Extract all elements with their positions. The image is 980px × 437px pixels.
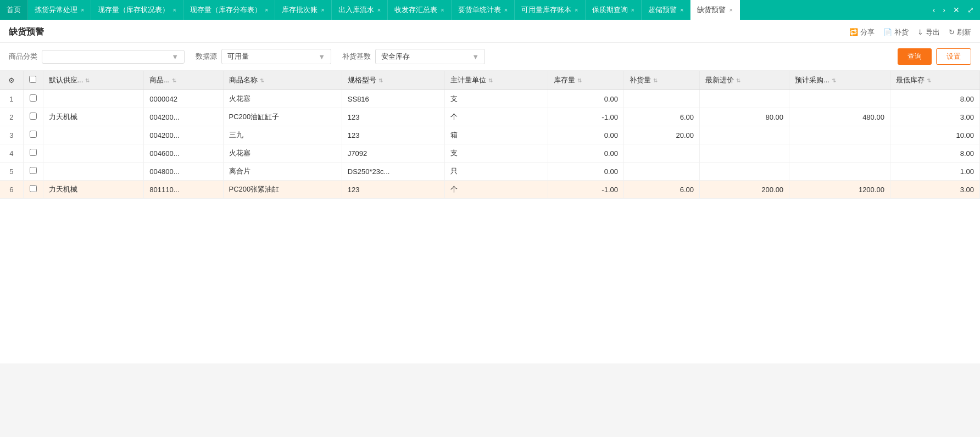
cell-spec: 123 <box>342 126 444 144</box>
cell-product-name: 火花塞 <box>223 90 342 108</box>
cell-supplier <box>43 126 144 144</box>
col-estimated-purchase[interactable]: 预计采购... ⇅ <box>789 71 890 90</box>
nav-item-close-icon[interactable]: × <box>265 7 268 13</box>
cell-spec: SS816 <box>342 90 444 108</box>
cell-latest-price <box>700 163 789 181</box>
cell-supplier: 力天机械 <box>43 108 144 126</box>
col-product-name[interactable]: 商品名称 ⇅ <box>223 71 342 90</box>
col-default-supplier[interactable]: 默认供应... ⇅ <box>43 71 144 90</box>
top-navigation: 首页拣货异常处理 ×现存量（库存状况表） ×现存量（库存分布表） ×库存批次账 … <box>0 0 980 20</box>
cell-product-code: 0000042 <box>144 90 223 108</box>
datasource-select[interactable]: 可用量 ▼ <box>221 49 331 64</box>
nav-item-home[interactable]: 首页 <box>0 0 28 20</box>
replenish-base-label: 补货基数 <box>342 52 371 61</box>
col-settings[interactable]: ⚙ <box>0 71 23 90</box>
nav-item-close-icon[interactable]: × <box>321 7 324 13</box>
row-checkbox[interactable] <box>30 113 37 120</box>
nav-item-overstock[interactable]: 超储预警 × <box>642 0 691 20</box>
replenish-base-select[interactable]: 安全库存 ▼ <box>375 49 485 64</box>
replenish-action[interactable]: 📄 补货 <box>883 27 909 37</box>
nav-item-close-icon[interactable]: × <box>631 7 634 13</box>
export-action[interactable]: ⇓ 导出 <box>917 27 940 37</box>
cell-estimated-purchase <box>789 163 890 181</box>
table-header-row: ⚙ 默认供应... ⇅ 商品... ⇅ <box>0 71 980 90</box>
nav-prev-button[interactable]: ‹ <box>930 4 938 15</box>
cell-min-stock: 1.00 <box>890 163 979 181</box>
cell-stock-qty: 0.00 <box>548 144 623 163</box>
nav-item-close-icon[interactable]: × <box>81 7 84 13</box>
cell-stock-qty: 0.00 <box>548 126 623 144</box>
nav-item-label: 出入库流水 <box>338 5 374 15</box>
row-number: 4 <box>0 144 23 163</box>
nav-item-label: 现存量（库存状况表） <box>98 5 169 15</box>
cell-min-stock: 10.00 <box>890 126 979 144</box>
page-title: 缺货预警 <box>9 26 44 38</box>
refresh-action[interactable]: ↻ 刷新 <box>949 27 971 37</box>
query-button[interactable]: 查询 <box>898 48 932 65</box>
nav-item-batch-account[interactable]: 库存批次账 × <box>275 0 331 20</box>
col-replenish-qty[interactable]: 补货量 ⇅ <box>624 71 700 90</box>
cell-unit: 箱 <box>444 126 548 144</box>
sort-icon-supplier: ⇅ <box>85 77 90 83</box>
nav-item-close-icon[interactable]: × <box>377 7 381 13</box>
col-product-code[interactable]: 商品... ⇅ <box>144 71 223 90</box>
nav-item-order-stats[interactable]: 要货单统计表 × <box>452 0 515 20</box>
nav-next-button[interactable]: › <box>940 4 948 15</box>
row-checkbox[interactable] <box>30 94 37 102</box>
col-stock-qty[interactable]: 库存量 ⇅ <box>548 71 623 90</box>
nav-item-label: 收发存汇总表 <box>394 5 437 15</box>
row-checkbox[interactable] <box>30 131 37 138</box>
sort-icon-name: ⇅ <box>260 77 264 83</box>
nav-item-label: 超储预警 <box>648 5 677 15</box>
row-checkbox-cell <box>23 144 43 163</box>
col-unit[interactable]: 主计量单位 ⇅ <box>444 71 548 90</box>
nav-item-label: 可用量库存账本 <box>521 5 571 15</box>
nav-item-inventory-status[interactable]: 现存量（库存状况表） × <box>91 0 183 20</box>
nav-item-close-icon[interactable]: × <box>575 7 578 13</box>
nav-item-in-out-flow[interactable]: 出入库流水 × <box>332 0 388 20</box>
nav-item-inventory-dist[interactable]: 现存量（库存分布表） × <box>183 0 275 20</box>
cell-unit: 支 <box>444 90 548 108</box>
cell-unit: 只 <box>444 163 548 181</box>
nav-item-shortage[interactable]: 缺货预警 × <box>691 0 739 20</box>
category-arrow-icon: ▼ <box>171 53 179 61</box>
nav-item-close-icon[interactable]: × <box>729 7 732 13</box>
row-checkbox[interactable] <box>30 185 37 192</box>
nav-item-label: 拣货异常处理 <box>35 5 77 15</box>
datasource-label: 数据源 <box>196 52 217 61</box>
nav-item-label: 现存量（库存分布表） <box>190 5 261 15</box>
nav-item-expiry-query[interactable]: 保质期查询 × <box>586 0 642 20</box>
nav-item-available-book[interactable]: 可用量库存账本 × <box>515 0 585 20</box>
nav-item-close-icon[interactable]: × <box>504 7 508 13</box>
col-min-stock[interactable]: 最低库存 ⇅ <box>890 71 979 90</box>
sort-icon-unit: ⇅ <box>488 77 493 83</box>
sort-icon-min-stock: ⇅ <box>927 77 931 83</box>
row-checkbox[interactable] <box>30 149 37 156</box>
nav-expand-button[interactable]: ⤢ <box>965 4 977 15</box>
cell-product-name: 三九 <box>223 126 342 144</box>
nav-item-label: 要货单统计表 <box>458 5 501 15</box>
row-checkbox[interactable] <box>30 167 37 174</box>
nav-close-button[interactable]: ✕ <box>950 4 962 15</box>
nav-item-close-icon[interactable]: × <box>680 7 683 13</box>
row-number: 5 <box>0 163 23 181</box>
row-number: 6 <box>0 181 23 199</box>
cell-latest-price <box>700 126 789 144</box>
cell-spec: J7092 <box>342 144 444 163</box>
nav-item-receive-summary[interactable]: 收发存汇总表 × <box>388 0 451 20</box>
row-number: 3 <box>0 126 23 144</box>
sort-icon-stock: ⇅ <box>577 77 582 83</box>
row-checkbox-cell <box>23 181 43 199</box>
col-spec[interactable]: 规格型号 ⇅ <box>342 71 444 90</box>
cell-product-code: 801110... <box>144 181 223 199</box>
nav-item-picking-anomaly[interactable]: 拣货异常处理 × <box>28 0 91 20</box>
share-action[interactable]: 🔁 分享 <box>849 27 875 37</box>
category-select[interactable]: ▼ <box>42 50 185 64</box>
table-container: ⚙ 默认供应... ⇅ 商品... ⇅ <box>0 71 980 199</box>
col-latest-price[interactable]: 最新进价 ⇅ <box>700 71 789 90</box>
page-header: 缺货预警 🔁 分享 📄 补货 ⇓ 导出 ↻ 刷新 <box>0 20 980 43</box>
select-all-checkbox[interactable] <box>29 76 36 83</box>
settings-button[interactable]: 设置 <box>936 48 971 65</box>
nav-item-close-icon[interactable]: × <box>441 7 444 13</box>
nav-item-close-icon[interactable]: × <box>172 7 176 13</box>
